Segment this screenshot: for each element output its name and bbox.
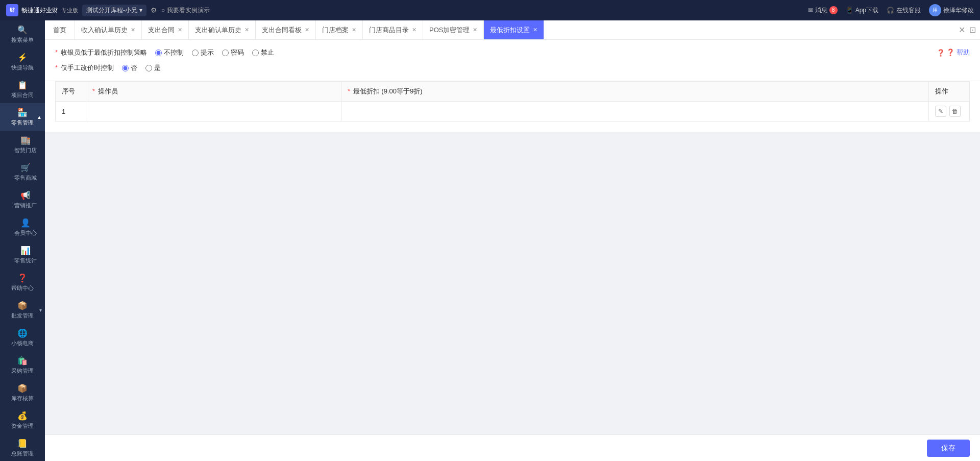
manual-option-label: 是	[154, 63, 161, 72]
tab-min-discount[interactable]: 最低折扣设置 ✕	[484, 20, 544, 40]
sidebar-item-shortcut[interactable]: ⚡ 快捷导航	[0, 48, 45, 76]
sidebar-item-label: 会员中心	[14, 229, 37, 237]
chevron-up-icon: ▲	[37, 114, 42, 120]
purchase-icon: 🛍️	[17, 356, 28, 366]
message-icon: ✉	[808, 7, 813, 14]
sidebar-item-member-center[interactable]: 👤 会员中心	[0, 213, 45, 241]
tab-close-icon[interactable]: ✕	[244, 27, 249, 33]
tab-close-icon[interactable]: ✕	[352, 27, 356, 33]
strategy-radio-input-no-control[interactable]	[155, 50, 162, 56]
required-star: *	[55, 48, 58, 56]
manual-radio-yes[interactable]: 是	[145, 63, 161, 72]
th-action: 操作	[929, 82, 970, 102]
sidebar-item-retail-mgmt[interactable]: 🏪 零售管理 ▲	[0, 103, 45, 131]
tab-close-icon[interactable]: ✕	[412, 27, 416, 33]
sidebar-item-marketing[interactable]: 📢 营销推广	[0, 186, 45, 213]
message-label: 消息	[815, 6, 827, 15]
tab-home[interactable]: 首页	[45, 20, 75, 40]
tab-bar-actions: ✕ ⊡	[954, 26, 980, 34]
project-selector[interactable]: 测试分开库程-小兄 ▾	[82, 5, 146, 16]
logo-area: 财 畅捷通好业财 专业版	[6, 4, 78, 16]
save-button[interactable]: 保存	[927, 440, 970, 457]
sidebar-item-label: 总账管理	[11, 450, 34, 457]
table-row: 1 ✎ 🗑	[56, 102, 970, 122]
sidebar-item-label: 小畅电商	[11, 339, 34, 347]
help-link[interactable]: ❓ ❓ 帮助	[937, 48, 970, 57]
strategy-radio-disable[interactable]: 禁止	[252, 48, 274, 57]
tab-close-icon[interactable]: ✕	[473, 27, 477, 33]
message-action[interactable]: ✉ 消息 8	[808, 6, 838, 15]
tab-label: 支出确认单历史	[195, 26, 241, 35]
tab-store-archive[interactable]: 门店档案 ✕	[316, 20, 363, 40]
logo-text: 畅捷通好业财	[21, 6, 58, 15]
close-tab-btn[interactable]: ✕	[959, 26, 965, 34]
page-content: * 收银员低于最低折扣控制策略 不控制 提示	[45, 40, 980, 434]
manual-radio-no[interactable]: 否	[122, 63, 137, 72]
th-required-star: *	[348, 87, 350, 95]
customer-service-action[interactable]: 🎧 在线客服	[887, 6, 921, 15]
help-label: ❓ 帮助	[946, 48, 970, 57]
manual-radio-input-no[interactable]	[122, 65, 129, 71]
sidebar-item-ecommerce[interactable]: 🌐 小畅电商	[0, 324, 45, 351]
tab-close-icon[interactable]: ✕	[533, 27, 537, 33]
search-icon: 🔍	[17, 25, 28, 35]
tab-payment-board[interactable]: 支出合同看板 ✕	[256, 20, 316, 40]
strategy-radio-no-control[interactable]: 不控制	[155, 48, 184, 57]
capital-icon: 💰	[17, 411, 28, 421]
sidebar-item-retail-mall[interactable]: 🛒 零售商城	[0, 158, 45, 186]
shortcut-icon: ⚡	[17, 53, 28, 62]
td-discount	[341, 102, 929, 122]
strategy-option-label: 密码	[231, 48, 244, 57]
sidebar-item-capital[interactable]: 💰 资金管理	[0, 406, 45, 434]
table-body: 1 ✎ 🗑	[56, 102, 970, 122]
sidebar-item-purchase[interactable]: 🛍️ 采购管理	[0, 351, 45, 379]
sidebar-item-retail-stats[interactable]: 📊 零售统计	[0, 241, 45, 269]
tab-close-icon[interactable]: ✕	[178, 27, 182, 33]
manual-label: * 仅手工改价时控制	[55, 63, 114, 72]
sidebar-item-project-contract[interactable]: 📋 项目合同	[0, 76, 45, 103]
tab-label: 最低折扣设置	[490, 26, 530, 35]
strategy-radio-input-prompt[interactable]	[192, 50, 199, 56]
app-download-action[interactable]: 📱 App下载	[846, 6, 878, 15]
retail-icon: 🏪	[17, 108, 28, 117]
th-seq: 序号	[56, 82, 86, 102]
table-section: 序号 * 操作员 * 最低折扣 (9.00等于9折) 操作	[45, 81, 980, 132]
strategy-radio-input-password[interactable]	[222, 50, 229, 56]
table-header-row: 序号 * 操作员 * 最低折扣 (9.00等于9折) 操作	[56, 82, 970, 102]
tab-payment-confirm-history[interactable]: 支出确认单历史 ✕	[189, 20, 256, 40]
tab-income-history[interactable]: 收入确认单历史 ✕	[75, 20, 142, 40]
edition-badge: 专业版	[61, 7, 78, 14]
row-delete-btn[interactable]: 🗑	[949, 106, 961, 117]
row-edit-btn[interactable]: ✎	[935, 106, 946, 117]
headset-icon: 🎧	[887, 7, 894, 14]
help-icon: ❓	[937, 49, 945, 57]
sidebar-item-help[interactable]: ❓ 帮助中心	[0, 269, 45, 296]
tab-close-icon[interactable]: ✕	[131, 27, 135, 33]
sidebar-item-search[interactable]: 🔍 搜索菜单	[0, 20, 45, 48]
tab-pos-password[interactable]: POS加密管理 ✕	[423, 20, 484, 40]
demo-link[interactable]: ○ 我要看实例演示	[161, 6, 210, 15]
strategy-radio-prompt[interactable]: 提示	[192, 48, 214, 57]
tab-close-icon[interactable]: ✕	[305, 27, 309, 33]
sidebar-item-ledger[interactable]: 📒 总账管理	[0, 434, 45, 461]
tab-store-product-catalog[interactable]: 门店商品目录 ✕	[363, 20, 423, 40]
th-required-star: *	[92, 87, 95, 95]
maximize-tab-btn[interactable]: ⊡	[969, 26, 976, 34]
sidebar-item-batch-mgmt[interactable]: 📦 批发管理 ▾	[0, 296, 45, 324]
sidebar-item-smart-store[interactable]: 🏬 智慧门店	[0, 131, 45, 158]
th-operator: * 操作员	[86, 82, 341, 102]
strategy-radio-password[interactable]: 密码	[222, 48, 244, 57]
sidebar-item-label: 智慧门店	[14, 147, 37, 154]
strategy-radio-input-disable[interactable]	[252, 50, 259, 56]
sidebar-item-inventory[interactable]: 📦 库存核算	[0, 379, 45, 406]
main-layout: 🔍 搜索菜单 ⚡ 快捷导航 📋 项目合同 🏪 零售管理 ▲ 🏬 智慧门店 🛒 零…	[0, 20, 980, 461]
tab-label: 门店商品目录	[369, 26, 409, 35]
tab-payment-contract[interactable]: 支出合同 ✕	[142, 20, 189, 40]
sidebar-item-label: 快捷导航	[11, 64, 34, 71]
content-area: 首页 收入确认单历史 ✕ 支出合同 ✕ 支出确认单历史 ✕ 支出合同看板 ✕ 门…	[45, 20, 980, 461]
user-action[interactable]: 用 徐泽华修改	[929, 4, 974, 16]
strategy-option-label: 禁止	[261, 48, 274, 57]
tab-label: 门店档案	[322, 26, 349, 35]
header-settings-icon[interactable]: ⚙	[151, 6, 157, 14]
manual-radio-input-yes[interactable]	[145, 65, 152, 71]
